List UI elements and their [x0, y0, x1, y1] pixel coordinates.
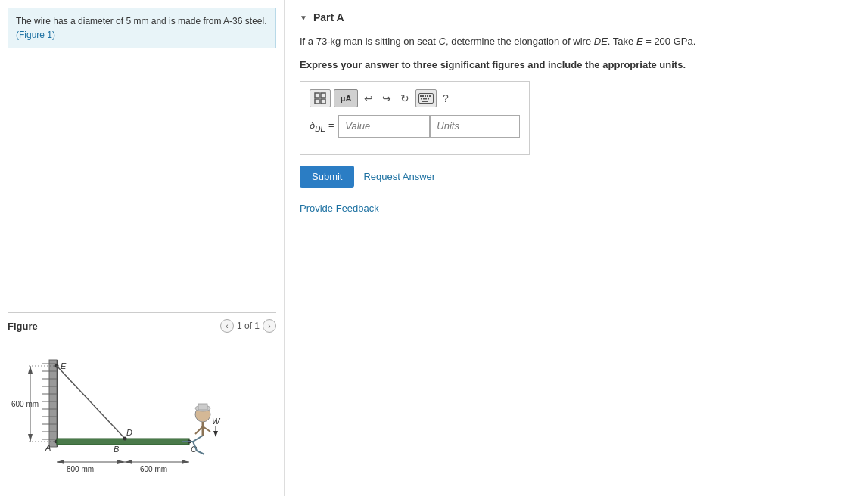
figure-link[interactable]: (Figure 1) — [16, 29, 55, 40]
figure-container: E A B C D — [8, 337, 265, 488]
svg-rect-52 — [321, 93, 325, 98]
svg-rect-65 — [422, 101, 428, 102]
toolbar: μA ↩ ↪ ↻ — [310, 89, 520, 107]
redo-icon[interactable]: ↪ — [379, 91, 394, 106]
refresh-icon[interactable]: ↻ — [397, 91, 412, 106]
submit-row: Submit Request Answer — [300, 166, 853, 188]
svg-rect-62 — [423, 98, 425, 99]
input-row: δDE = — [310, 115, 520, 138]
svg-rect-63 — [425, 98, 427, 99]
undo-icon[interactable]: ↩ — [361, 91, 376, 106]
svg-rect-57 — [422, 95, 424, 97]
svg-rect-64 — [428, 98, 429, 99]
svg-marker-35 — [125, 460, 132, 464]
right-panel: ▼ Part A If a 73-kg man is sitting on se… — [284, 0, 868, 496]
svg-text:600 mm: 600 mm — [11, 400, 39, 408]
feedback-section: Provide Feedback — [300, 203, 853, 214]
problem-text: The wire has a diameter of 5 mm and is m… — [16, 16, 266, 26]
problem-statement: The wire has a diameter of 5 mm and is m… — [8, 8, 276, 48]
left-panel: The wire has a diameter of 5 mm and is m… — [0, 0, 284, 496]
figure-next-button[interactable]: › — [263, 319, 276, 333]
submit-button[interactable]: Submit — [300, 166, 354, 188]
instruction-text: Express your answer to three significant… — [300, 59, 853, 70]
figure-header: Figure ‹ 1 of 1 › — [8, 319, 276, 333]
svg-rect-1 — [49, 360, 57, 447]
provide-feedback-link[interactable]: Provide Feedback — [300, 203, 379, 214]
grid-icon — [314, 92, 326, 104]
figure-nav-text: 1 of 1 — [237, 321, 260, 331]
svg-text:D: D — [126, 428, 132, 437]
svg-rect-60 — [429, 95, 431, 97]
figure-section: Figure ‹ 1 of 1 › — [8, 312, 276, 488]
units-input[interactable] — [429, 115, 520, 138]
mu-a-button[interactable]: μA — [334, 89, 358, 107]
svg-rect-59 — [427, 95, 428, 97]
svg-marker-29 — [28, 434, 33, 442]
svg-text:600 mm: 600 mm — [140, 465, 167, 473]
svg-text:E: E — [61, 361, 67, 370]
figure-nav: ‹ 1 of 1 › — [220, 319, 276, 333]
figure-svg: E A B C D — [8, 337, 265, 488]
figure-title: Figure — [8, 321, 38, 332]
svg-text:W: W — [212, 417, 221, 426]
svg-text:A: A — [45, 443, 51, 452]
svg-rect-17 — [57, 439, 189, 445]
part-title: Part A — [313, 11, 344, 23]
keyboard-icon-button[interactable] — [415, 89, 437, 107]
svg-marker-32 — [117, 460, 125, 464]
keyboard-icon — [418, 93, 434, 104]
svg-text:B: B — [114, 445, 119, 454]
svg-marker-31 — [57, 460, 64, 464]
svg-rect-58 — [425, 95, 426, 97]
question-text: If a 73-kg man is sitting on seat C, det… — [300, 34, 853, 50]
svg-point-22 — [123, 437, 127, 441]
help-icon[interactable]: ? — [440, 91, 452, 106]
svg-rect-56 — [420, 95, 422, 97]
svg-text:800 mm: 800 mm — [67, 465, 94, 473]
value-input[interactable] — [338, 115, 429, 138]
figure-prev-button[interactable]: ‹ — [220, 319, 234, 333]
svg-rect-53 — [315, 99, 319, 104]
svg-rect-40 — [198, 404, 207, 410]
answer-box: μA ↩ ↪ ↻ — [300, 81, 530, 155]
svg-marker-36 — [182, 460, 189, 464]
svg-rect-51 — [315, 93, 319, 98]
grid-icon-button[interactable] — [310, 89, 331, 107]
part-header: ▼ Part A — [300, 11, 853, 23]
collapse-icon[interactable]: ▼ — [300, 14, 307, 22]
svg-marker-50 — [213, 431, 218, 437]
svg-rect-61 — [421, 98, 422, 99]
svg-line-21 — [57, 366, 125, 439]
svg-marker-28 — [28, 366, 33, 374]
svg-line-44 — [193, 436, 203, 442]
svg-rect-54 — [321, 99, 325, 104]
request-answer-link[interactable]: Request Answer — [363, 171, 435, 182]
svg-line-47 — [197, 451, 204, 454]
input-label: δDE = — [310, 119, 334, 133]
